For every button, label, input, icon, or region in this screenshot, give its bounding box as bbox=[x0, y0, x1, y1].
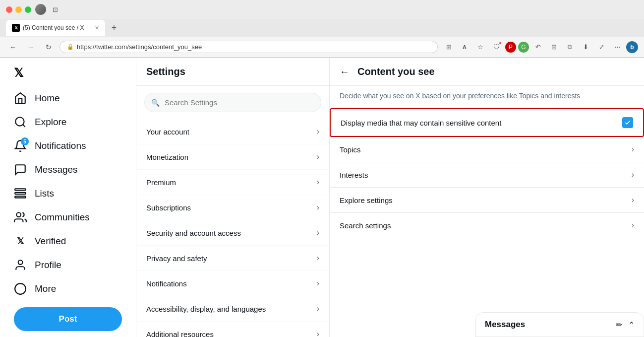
checkbox-display-media[interactable] bbox=[622, 117, 633, 128]
content-item-interests[interactable]: Interests › bbox=[330, 162, 644, 188]
more-options-button[interactable]: ⋯ bbox=[610, 40, 624, 54]
svg-line-1 bbox=[23, 125, 25, 127]
settings-item-your-account[interactable]: Your account › bbox=[136, 119, 329, 144]
messages-icon bbox=[14, 163, 27, 176]
settings-item-privacy[interactable]: Privacy and safety › bbox=[136, 246, 329, 271]
settings-panel: Settings 🔍 Your account › Monetization ›… bbox=[136, 58, 330, 337]
content-item-topics[interactable]: Topics › bbox=[330, 137, 644, 162]
settings-item-additional[interactable]: Additional resources › bbox=[136, 322, 329, 337]
collapse-messages-icon[interactable]: ⌃ bbox=[628, 320, 635, 330]
sidebar-label-home: Home bbox=[35, 93, 60, 104]
back-button[interactable]: ← bbox=[340, 66, 350, 77]
address-bar[interactable]: 🔒 https://twitter.com/settings/content_y… bbox=[59, 41, 438, 53]
maximize-button[interactable] bbox=[25, 6, 31, 13]
lock-icon: 🔒 bbox=[67, 44, 74, 50]
extensions-icon-2[interactable]: ⧉ bbox=[563, 40, 577, 54]
notification-icon[interactable]: 🛡 bbox=[489, 40, 503, 54]
messages-popup-icons: ✏ ⌃ bbox=[616, 320, 635, 330]
search-settings-input[interactable] bbox=[144, 93, 321, 112]
browser-chrome: ⊡ 𝕏 (5) Content you see / X ✕ + ← → ↻ 🔒 … bbox=[0, 0, 644, 58]
browser-toolbar: ← → ↻ 🔒 https://twitter.com/settings/con… bbox=[0, 37, 644, 58]
toolbar-btn-g[interactable]: G bbox=[518, 42, 529, 53]
minimize-button[interactable] bbox=[15, 6, 22, 13]
badge-dot bbox=[498, 41, 502, 45]
new-tab-button[interactable]: + bbox=[107, 21, 121, 35]
notifications-badge: 5 bbox=[21, 137, 29, 145]
refresh-button[interactable]: ↻ bbox=[42, 40, 56, 54]
chevron-icon: › bbox=[317, 152, 319, 161]
content-panel-wrapper: ← Content you see Decide what you see on… bbox=[330, 58, 644, 337]
sidebar-item-notifications[interactable]: 5 Notifications bbox=[8, 135, 128, 157]
sidebar-item-verified[interactable]: 𝕏 Verified bbox=[8, 230, 128, 253]
sidebar-label-verified: Verified bbox=[35, 236, 66, 247]
more-icon bbox=[14, 282, 27, 295]
window-icon: ⊡ bbox=[50, 4, 60, 14]
sidebar-label-more: More bbox=[35, 283, 56, 294]
toolbar-btn-p[interactable]: P bbox=[505, 42, 516, 53]
settings-item-security[interactable]: Security and account access › bbox=[136, 220, 329, 246]
sidebar-label-explore: Explore bbox=[35, 117, 66, 128]
share-icon[interactable]: ⤢ bbox=[594, 40, 608, 54]
profile-icon bbox=[14, 259, 27, 271]
tab-favicon: 𝕏 bbox=[12, 24, 20, 32]
svg-rect-4 bbox=[15, 196, 26, 198]
svg-rect-3 bbox=[15, 193, 26, 194]
sidebar-item-lists[interactable]: Lists bbox=[8, 182, 128, 205]
sidebar-item-explore[interactable]: Explore bbox=[8, 111, 128, 134]
tab-close-button[interactable]: ✕ bbox=[95, 25, 99, 31]
sidebar-item-profile[interactable]: Profile bbox=[8, 254, 128, 276]
chevron-icon: › bbox=[317, 254, 319, 263]
split-view-icon[interactable]: ⊟ bbox=[547, 40, 561, 54]
messages-popup-title: Messages bbox=[485, 320, 525, 330]
settings-item-accessibility[interactable]: Accessibility, display, and languages › bbox=[136, 296, 329, 322]
compose-message-icon[interactable]: ✏ bbox=[616, 320, 622, 330]
chevron-icon: › bbox=[317, 203, 319, 212]
sidebar-item-home[interactable]: Home bbox=[8, 87, 128, 110]
sidebar-label-notifications: Notifications bbox=[35, 140, 86, 151]
messages-popup-header: Messages ✏ ⌃ bbox=[476, 313, 644, 337]
sidebar-label-profile: Profile bbox=[35, 260, 61, 270]
interests-chevron-icon: › bbox=[632, 170, 634, 179]
content-panel: ← Content you see Decide what you see on… bbox=[330, 58, 644, 238]
chevron-icon: › bbox=[317, 228, 319, 237]
back-nav-button[interactable]: ← bbox=[6, 40, 20, 54]
app-logo[interactable]: 𝕏 bbox=[8, 62, 128, 84]
home-icon bbox=[14, 92, 27, 105]
chevron-icon: › bbox=[317, 127, 319, 136]
svg-point-5 bbox=[16, 212, 21, 217]
extensions-icon[interactable]: ⊞ bbox=[442, 40, 456, 54]
sidebar-item-more[interactable]: More bbox=[8, 277, 128, 300]
content-item-explore-settings[interactable]: Explore settings › bbox=[330, 188, 644, 213]
content-item-display-media[interactable]: Display media that may contain sensitive… bbox=[330, 108, 644, 137]
download-icon[interactable]: ⬇ bbox=[579, 40, 592, 54]
settings-item-subscriptions[interactable]: Subscriptions › bbox=[136, 195, 329, 220]
close-button[interactable] bbox=[6, 6, 12, 13]
settings-item-monetization[interactable]: Monetization › bbox=[136, 144, 329, 170]
active-tab[interactable]: 𝕏 (5) Content you see / X ✕ bbox=[6, 20, 105, 36]
sidebar-item-messages[interactable]: Messages bbox=[8, 158, 128, 181]
traffic-lights bbox=[6, 6, 31, 13]
search-chevron-icon: › bbox=[632, 221, 634, 230]
sidebar-item-communities[interactable]: Communities bbox=[8, 206, 128, 229]
app-container: 𝕏 Home Explore 5 Notifications bbox=[0, 58, 644, 337]
toolbar-btn-1[interactable]: A bbox=[458, 40, 471, 54]
content-item-search-settings[interactable]: Search settings › bbox=[330, 213, 644, 238]
url-text: https://twitter.com/settings/content_you… bbox=[77, 43, 202, 51]
topics-chevron-icon: › bbox=[632, 145, 634, 154]
toolbar-btn-arrow[interactable]: ↶ bbox=[531, 40, 545, 54]
post-button[interactable]: Post bbox=[14, 307, 122, 331]
bing-icon[interactable]: b bbox=[626, 41, 638, 53]
lists-icon bbox=[14, 187, 27, 200]
settings-item-notifications[interactable]: Notifications › bbox=[136, 271, 329, 296]
titlebar: ⊡ bbox=[0, 0, 644, 19]
content-header: ← Content you see bbox=[330, 58, 644, 86]
forward-nav-button[interactable]: → bbox=[24, 40, 38, 54]
sidebar-label-messages: Messages bbox=[35, 164, 78, 175]
settings-item-premium[interactable]: Premium › bbox=[136, 170, 329, 195]
search-settings-container: 🔍 bbox=[144, 93, 321, 112]
search-icon: 🔍 bbox=[151, 99, 160, 107]
chevron-icon: › bbox=[317, 279, 319, 288]
messages-popup: Messages ✏ ⌃ bbox=[475, 312, 644, 337]
bookmark-icon[interactable]: ☆ bbox=[473, 40, 487, 54]
svg-point-6 bbox=[18, 260, 23, 265]
